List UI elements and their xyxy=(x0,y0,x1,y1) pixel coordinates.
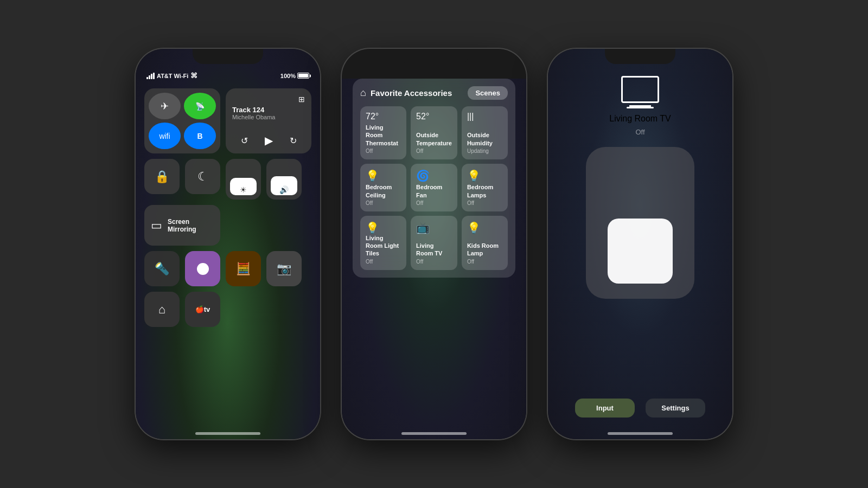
tv-select-button[interactable] xyxy=(608,219,673,284)
carrier-label: AT&T Wi-Fi xyxy=(157,73,188,79)
cc-row-utilities: 🔒 ☾ ☀ 🔊 xyxy=(144,159,311,200)
homekit-title: Favorite Accessories xyxy=(371,88,452,98)
flashlight-button[interactable]: 🔦 xyxy=(144,251,180,286)
phone-1-screen: AT&T Wi-Fi ⌘ 100% ✈ xyxy=(136,49,320,439)
airplay-icon: ⊞ xyxy=(298,95,305,104)
calculator-icon: 🧮 xyxy=(236,262,251,276)
brightness-slider[interactable]: ☀ xyxy=(226,159,261,200)
outside-humidity-icon: ||| xyxy=(467,112,474,121)
outside-humidity-name: Outside Humidity xyxy=(467,131,502,147)
screen-record-button[interactable] xyxy=(185,251,220,286)
outside-temp-status: Off xyxy=(416,148,452,154)
wifi-icon: ⌘ xyxy=(190,72,197,80)
homekit-card: ⌂ Favorite Accessories Scenes 72° Living… xyxy=(353,79,515,278)
bedroom-fan-icon: 🌀 xyxy=(416,170,430,182)
thermostat-status: Off xyxy=(366,148,401,154)
cellular-button[interactable]: 📡 xyxy=(184,93,216,119)
flashlight-icon: 🔦 xyxy=(155,262,169,276)
tv-device-name: Living Room TV xyxy=(609,114,671,124)
home-indicator-1[interactable] xyxy=(195,432,260,435)
play-pause-button[interactable]: ▶ xyxy=(265,134,273,147)
battery-indicator: 100% xyxy=(280,73,309,79)
music-artist-name: Michelle Obama xyxy=(232,114,305,120)
moon-icon: ☾ xyxy=(197,170,208,184)
kids-lamp-status: Off xyxy=(467,259,502,265)
camera-button[interactable]: 📷 xyxy=(266,251,302,286)
home-indicator-2[interactable] xyxy=(401,432,467,435)
bedroom-fan-status: Off xyxy=(416,200,452,206)
home-app-icon: ⌂ xyxy=(158,303,165,317)
music-controls: ↺ ▶ ↻ xyxy=(232,134,305,147)
notch-1 xyxy=(193,49,263,64)
connectivity-panel[interactable]: ✈ 📡 wifi B xyxy=(144,88,220,153)
tv-bottom-buttons: Input Settings xyxy=(575,399,705,418)
brightness-icon: ☀ xyxy=(240,185,247,194)
bedroom-ceiling-status: Off xyxy=(366,200,401,206)
tv-display-icon xyxy=(621,76,659,103)
kids-room-lamp-tile[interactable]: 💡 Kids Room Lamp Off xyxy=(462,216,508,270)
rotation-lock-button[interactable]: 🔒 xyxy=(144,159,180,194)
bedroom-ceiling-tile[interactable]: 💡 Bedroom Ceiling Off xyxy=(360,164,406,211)
outside-humidity-tile[interactable]: ||| Outside Humidity Updating xyxy=(462,106,508,159)
next-track-button[interactable]: ↻ xyxy=(290,136,297,146)
lr-light-tiles-icon: 💡 xyxy=(366,222,379,234)
battery-icon xyxy=(297,73,309,79)
airplane-icon: ✈ xyxy=(161,100,169,112)
signal-bars xyxy=(146,73,155,79)
apple-tv-button[interactable]: 🍎tv xyxy=(185,292,220,327)
bedroom-ceiling-icon: 💡 xyxy=(366,170,379,182)
tv-trackpad[interactable] xyxy=(586,147,694,299)
airplay-button[interactable]: ⊞ xyxy=(232,95,305,104)
record-icon xyxy=(197,263,209,275)
volume-slider[interactable]: 🔊 xyxy=(266,159,302,200)
phone-2-screen: ⌂ Favorite Accessories Scenes 72° Living… xyxy=(342,49,526,439)
bedroom-fan-name: Bedroom Fan xyxy=(416,183,452,199)
notch-2 xyxy=(399,49,469,64)
bedroom-ceiling-name: Bedroom Ceiling xyxy=(366,183,401,199)
screen-mirroring-button[interactable]: ▭ Screen Mirroring xyxy=(144,205,220,246)
bedroom-lamps-name: Bedroom Lamps xyxy=(467,183,502,199)
lr-tv-status: Off xyxy=(416,259,452,265)
do-not-disturb-button[interactable]: ☾ xyxy=(185,159,220,194)
kids-lamp-icon: 💡 xyxy=(467,222,481,234)
outside-temp-tile[interactable]: 52° Outside Temperature Off xyxy=(411,106,457,159)
home-app-button[interactable]: ⌂ xyxy=(144,292,180,327)
tv-device-status: Off xyxy=(635,128,644,136)
rotation-lock-icon: 🔒 xyxy=(155,170,169,184)
wifi-button[interactable]: wifi xyxy=(149,123,181,149)
living-room-tv-tile[interactable]: 📺 Living Room TV Off xyxy=(411,216,457,270)
outside-temp-name: Outside Temperature xyxy=(416,131,452,147)
kids-lamp-name: Kids Room Lamp xyxy=(467,242,502,258)
battery-fill xyxy=(298,74,308,78)
cc-row-quick-actions: 🔦 🧮 📷 xyxy=(144,251,311,286)
phone-3-screen: Living Room TV Off Input Settings xyxy=(548,49,732,439)
bluetooth-button[interactable]: B xyxy=(184,123,216,149)
lr-light-tiles-status: Off xyxy=(366,259,401,265)
wifi-symbol-icon: wifi xyxy=(159,132,170,140)
scenes-button[interactable]: Scenes xyxy=(468,86,508,100)
home-indicator-3[interactable] xyxy=(608,432,673,435)
screen-mirroring-icon: ▭ xyxy=(151,219,162,233)
lr-tv-name: Living Room TV xyxy=(416,242,452,258)
volume-icon: 🔊 xyxy=(279,185,289,194)
settings-button[interactable]: Settings xyxy=(646,399,705,418)
prev-track-button[interactable]: ↺ xyxy=(241,136,248,146)
living-room-light-tiles-tile[interactable]: 💡 Living Room Light Tiles Off xyxy=(360,216,406,270)
input-button[interactable]: Input xyxy=(575,399,635,418)
now-playing-panel[interactable]: ⊞ Track 124 Michelle Obama ↺ ▶ ↻ xyxy=(226,88,311,153)
airplane-mode-button[interactable]: ✈ xyxy=(149,93,181,119)
apple-tv-icon: 🍎tv xyxy=(195,305,210,313)
outside-humidity-status: Updating xyxy=(467,148,502,154)
bedroom-fan-tile[interactable]: 🌀 Bedroom Fan Off xyxy=(411,164,457,211)
bluetooth-icon: B xyxy=(197,132,202,140)
calculator-button[interactable]: 🧮 xyxy=(226,251,261,286)
thermostat-tile[interactable]: 72° Living Room Thermostat Off xyxy=(360,106,406,159)
homekit-title-group: ⌂ Favorite Accessories xyxy=(360,87,452,99)
notch-3 xyxy=(605,49,675,64)
bedroom-lamps-tile[interactable]: 💡 Bedroom Lamps Off xyxy=(462,164,508,211)
battery-percent: 100% xyxy=(280,73,296,79)
phone-2-bg: ⌂ Favorite Accessories Scenes 72° Living… xyxy=(342,79,526,439)
outside-temp-icon: 52° xyxy=(416,112,429,121)
cellular-icon: 📡 xyxy=(195,102,205,111)
tv-remote-area xyxy=(548,147,732,299)
